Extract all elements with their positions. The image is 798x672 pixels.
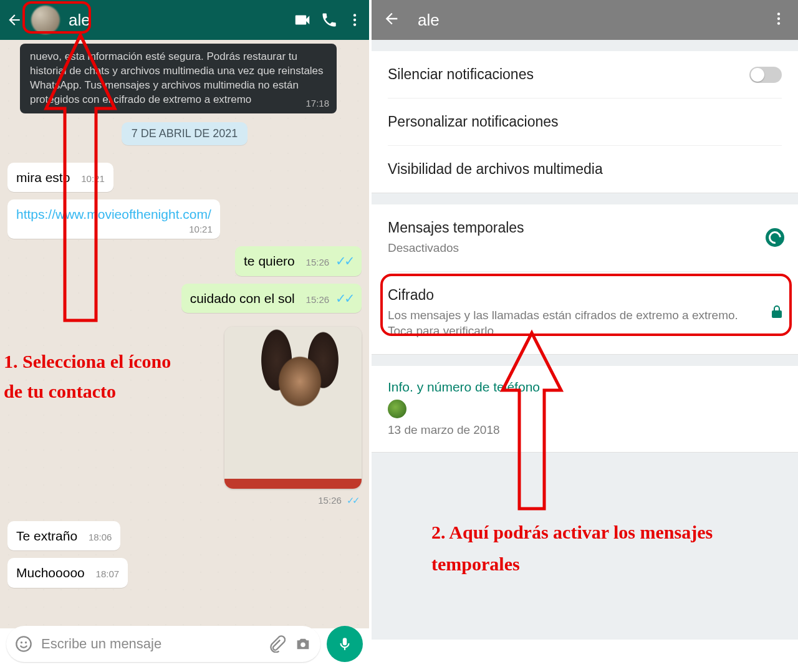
video-call-icon[interactable] — [293, 11, 312, 29]
message-out[interactable]: te quiero 15:26 ✓✓ — [235, 246, 362, 276]
emoji-icon[interactable] — [15, 635, 32, 653]
row-label: Cifrado — [388, 287, 434, 304]
svg-point-1 — [353, 19, 356, 21]
info-date: 13 de marzo de 2018 — [372, 421, 798, 452]
input-placeholder: Escribe un mensaje — [41, 636, 259, 652]
svg-point-8 — [777, 17, 780, 20]
row-label: Silenciar notificaciones — [388, 66, 739, 83]
contact-name[interactable]: ale — [69, 11, 284, 30]
row-label: Visibilidad de archivos multimedia — [388, 161, 782, 178]
read-ticks-icon: ✓✓ — [335, 291, 353, 305]
contact-info-screen: ale Silenciar notificaciones Personaliza… — [372, 0, 798, 672]
row-label: Personalizar notificaciones — [388, 113, 782, 130]
chat-header: ale — [0, 0, 369, 40]
back-icon[interactable] — [383, 10, 400, 30]
message-time: 18:07 — [96, 569, 120, 579]
message-in[interactable]: Te extraño 18:06 — [7, 521, 120, 550]
more-icon[interactable] — [347, 12, 363, 28]
svg-point-7 — [777, 12, 780, 15]
svg-point-9 — [777, 22, 780, 24]
voice-call-icon[interactable] — [320, 11, 338, 29]
info-header: ale — [372, 0, 798, 40]
svg-point-5 — [25, 641, 27, 643]
row-subtitle: Los mensajes y las llamadas están cifrad… — [388, 307, 782, 339]
system-message-text: nuevo, esta información esté segura. Pod… — [30, 50, 324, 105]
row-encryption[interactable]: Cifrado Los mensajes y las llamadas está… — [372, 272, 798, 354]
contact-avatar[interactable] — [31, 6, 60, 34]
message-time: 18:06 — [89, 532, 112, 542]
row-disappearing-messages[interactable]: Mensajes temporales Desactivados — [372, 204, 798, 271]
status-emoji-icon — [388, 400, 406, 418]
message-in[interactable]: Muchooooo 18:07 — [7, 558, 128, 587]
svg-point-3 — [16, 636, 31, 651]
section-title: Info. y número de teléfono — [372, 366, 798, 396]
message-time: 15:26 — [318, 495, 342, 506]
mic-button[interactable] — [327, 626, 363, 662]
message-in-link[interactable]: https://www.movieofthenight.com/ 10:21 — [7, 199, 220, 239]
svg-point-4 — [21, 641, 22, 643]
message-text: Muchooooo — [16, 565, 85, 580]
row-subtitle: Desactivados — [388, 240, 496, 256]
chat-screen: ale nuevo, esta información esté segura.… — [0, 0, 372, 672]
message-out[interactable]: cuidado con el sol 15:26 ✓✓ — [181, 284, 362, 313]
back-icon[interactable] — [6, 12, 22, 28]
message-text: mira esto — [16, 170, 70, 185]
timer-icon — [766, 228, 784, 247]
message-time: 15:26 — [306, 257, 330, 267]
toggle-switch[interactable] — [749, 67, 782, 83]
chat-input-bar: Escribe un mensaje — [0, 622, 369, 666]
sticker-image[interactable] — [224, 327, 362, 489]
date-separator: 7 DE ABRIL DE 2021 — [122, 122, 248, 145]
more-icon[interactable] — [771, 11, 787, 29]
svg-point-2 — [353, 23, 356, 26]
message-in[interactable]: mira esto 10:21 — [7, 163, 113, 192]
lock-icon — [769, 303, 784, 323]
message-time: 10:21 — [81, 173, 105, 184]
message-time: 15:26 — [306, 294, 330, 305]
chat-body[interactable]: nuevo, esta información esté segura. Pod… — [0, 40, 369, 628]
row-media-visibility[interactable]: Visibilidad de archivos multimedia — [372, 146, 798, 193]
attach-icon[interactable] — [268, 635, 286, 653]
camera-icon[interactable] — [294, 635, 312, 653]
svg-point-6 — [300, 642, 305, 646]
svg-point-0 — [353, 14, 356, 16]
row-custom-notifications[interactable]: Personalizar notificaciones — [372, 98, 798, 145]
info-title: ale — [418, 11, 753, 30]
system-message-time: 17:18 — [305, 97, 329, 110]
row-mute-notifications[interactable]: Silenciar notificaciones — [372, 51, 798, 98]
read-ticks-icon: ✓✓ — [347, 495, 358, 506]
system-message: nuevo, esta información esté segura. Pod… — [20, 44, 337, 113]
section-phone-info[interactable]: Info. y número de teléfono 13 de marzo d… — [372, 366, 798, 453]
row-label: Mensajes temporales — [388, 219, 524, 236]
message-text: te quiero — [244, 254, 295, 268]
message-input[interactable]: Escribe un mensaje — [6, 626, 320, 662]
read-ticks-icon: ✓✓ — [335, 254, 353, 268]
message-text: cuidado con el sol — [190, 291, 295, 305]
info-body[interactable]: Silenciar notificaciones Personalizar no… — [372, 40, 798, 640]
sticker-time-row: 15:26 ✓✓ — [7, 495, 358, 506]
message-text: Te extraño — [16, 529, 77, 543]
message-link[interactable]: https://www.movieofthenight.com/ — [16, 207, 211, 221]
message-time: 10:21 — [189, 223, 213, 236]
